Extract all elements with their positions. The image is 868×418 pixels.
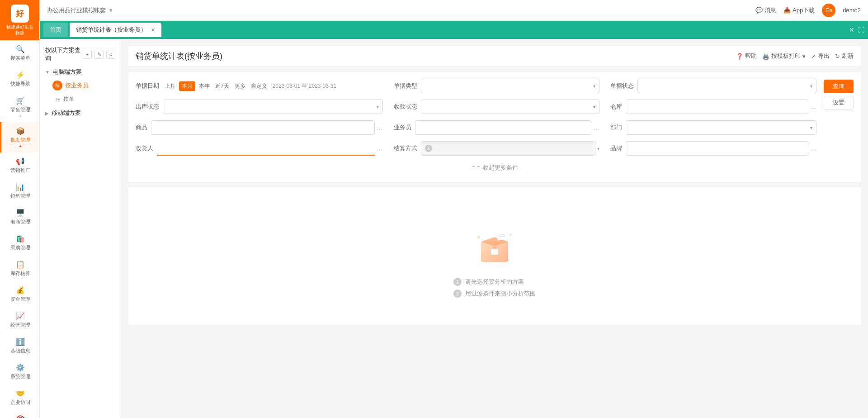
help-icon: ❓	[736, 53, 743, 60]
sidebar-item-search[interactable]: 🔍 搜索菜单	[0, 40, 39, 66]
enterprise-icon: 🤝	[16, 389, 25, 398]
app-download-button[interactable]: 📥 App下载	[783, 6, 815, 14]
doc-status-select[interactable]: ▾	[637, 79, 816, 93]
collapse-label: 收起更多条件	[483, 164, 518, 172]
scheme-sub-item-by-order[interactable]: ⊞ 按单	[40, 93, 121, 105]
date-tab-last-month[interactable]: 上月	[163, 81, 177, 91]
doc-type-arrow: ▾	[593, 84, 595, 89]
system-icon: ⚙️	[16, 363, 25, 372]
salesperson-input[interactable]	[415, 120, 592, 135]
sidebar-item-marketing[interactable]: 📢 营销推广	[0, 152, 39, 178]
scheme-group-mobile[interactable]: ▶ 移动端方案	[40, 107, 121, 119]
sidebar: 好 畅捷通好生意标版 🔍 搜索菜单 ⚡ 快捷导航 🛒 零售管理 ▲ 📦 批发管理…	[0, 0, 40, 418]
sidebar-item-shortcut[interactable]: ⚡ 快捷导航	[0, 66, 39, 92]
topbar-dropdown-icon[interactable]: ▾	[109, 7, 113, 14]
department-select[interactable]: ▾	[626, 120, 816, 135]
template-print-button[interactable]: 🖨️ 按模板打印 ▾	[762, 52, 806, 60]
scheme-group-pc-header[interactable]: ▼ 电脑端方案	[40, 66, 121, 78]
sidebar-item-finance[interactable]: 💰 资金管理	[0, 281, 39, 307]
add-scheme-button[interactable]: +	[83, 50, 92, 59]
collapse-more-button[interactable]: ⌃⌃ 收起更多条件	[471, 164, 518, 172]
edit-scheme-button[interactable]: ✎	[94, 50, 104, 59]
marketing-icon: 📢	[16, 157, 25, 166]
date-tab-this-year[interactable]: 本年	[197, 81, 212, 91]
brand-label: 品牌	[610, 144, 622, 152]
date-tab-custom[interactable]: 自定义	[249, 81, 269, 91]
consignee-input[interactable]	[157, 141, 375, 156]
sidebar-item-wholesale[interactable]: 📦 批发管理 ▲	[0, 122, 39, 152]
filter-settlement-item: 结算方式 ✕ ▾	[394, 141, 600, 156]
pay-status-select[interactable]: ▾	[421, 100, 600, 114]
sidebar-item-sales[interactable]: 📊 销售管理	[0, 178, 39, 204]
consignee-dots[interactable]: …	[377, 145, 383, 152]
date-tab-7days[interactable]: 近7天	[213, 81, 231, 91]
date-tabs: 上月 本月 本年 近7天 更多 自定义	[163, 81, 269, 91]
messages-label: 消息	[764, 6, 776, 14]
salesperson-label: 业务员	[394, 124, 411, 132]
search-nav-icon: 🔍	[16, 45, 25, 53]
date-tab-this-month[interactable]: 本月	[179, 81, 195, 91]
empty-state-card: 1 请先选择要分析的方案 2 用过滤条件来缩小分析范围	[128, 187, 861, 325]
messages-button[interactable]: 💬 消息	[755, 6, 776, 14]
settings-button[interactable]: 设置	[824, 96, 854, 109]
mobile-arrow: ▶	[45, 111, 49, 116]
export-button[interactable]: ↗ 导出	[811, 52, 830, 60]
refresh-button[interactable]: ↻ 刷新	[835, 52, 854, 60]
scheme-group-pc: ▼ 电脑端方案 按 按业务员 ⊞ 按单	[40, 66, 121, 105]
goods-dots[interactable]: …	[377, 124, 383, 131]
tip-num-2: 2	[453, 290, 462, 298]
brand-input[interactable]	[626, 141, 808, 156]
main-area: 办公用品行业模拟账套 ▾ 💬 消息 📥 App下载 Ea demo2 首页 销货…	[40, 0, 868, 418]
export-icon: ↗	[811, 53, 816, 60]
doc-type-select[interactable]: ▾	[421, 79, 600, 93]
user-avatar[interactable]: Ea	[822, 4, 835, 17]
topbar-right: 💬 消息 📥 App下载 Ea demo2	[755, 4, 861, 17]
date-tab-more[interactable]: 更多	[233, 81, 247, 91]
filter-row-2: 出库状态 ▾ 收款状态 ▾	[136, 100, 816, 114]
date-range-text: 2023-03-01 至 2023-03-31	[273, 82, 336, 90]
tab-close-icon[interactable]: ✕	[151, 27, 155, 33]
scheme-salesperson-label: 按业务员	[65, 81, 89, 90]
tab-maximize-icon[interactable]: ⛶	[858, 26, 864, 33]
salesperson-dots[interactable]: …	[593, 124, 599, 131]
sidebar-item-operations-label: 经营管理	[10, 322, 30, 328]
sidebar-item-inventory[interactable]: 📋 库存核算	[0, 256, 39, 281]
tab-close-all-icon[interactable]: ✕	[849, 26, 854, 33]
filter-out-status-item: 出库状态 ▾	[136, 100, 383, 114]
filter-fields: 单据日期 上月 本月 本年 近7天 更多 自定义	[136, 79, 816, 162]
tab-home[interactable]: 首页	[43, 23, 68, 37]
query-button[interactable]: 查询	[824, 80, 854, 93]
out-status-select[interactable]: ▾	[163, 100, 383, 114]
wholesale-icon: 📦	[16, 127, 25, 135]
export-label: 导出	[818, 52, 830, 60]
warehouse-input[interactable]	[626, 100, 808, 114]
panel-header-icons: + ✎ «	[83, 50, 115, 59]
goods-input[interactable]	[151, 120, 375, 135]
sidebar-item-newbie[interactable]: 🎯 新手引导	[0, 410, 39, 418]
sidebar-item-retail[interactable]: 🛒 零售管理 ▲	[0, 92, 39, 122]
tab-controls: ✕ ⛶	[849, 26, 864, 33]
empty-tip-1: 1 请先选择要分析的方案	[453, 278, 536, 286]
collapse-bar: ⌃⌃ 收起更多条件	[136, 162, 854, 176]
sidebar-item-operations[interactable]: 📈 经营管理	[0, 307, 39, 333]
tab-sales-stat[interactable]: 销货单统计表（按业务员） ✕	[70, 23, 161, 37]
scheme-item-by-salesperson[interactable]: 按 按业务员	[40, 78, 121, 93]
sidebar-item-enterprise[interactable]: 🤝 企业协同	[0, 385, 39, 410]
warehouse-dots[interactable]: …	[810, 103, 816, 110]
group-pc-arrow: ▼	[45, 70, 50, 75]
sidebar-item-purchase[interactable]: 🛍️ 采购管理	[0, 230, 39, 256]
sidebar-item-system[interactable]: ⚙️ 系统管理	[0, 359, 39, 385]
sidebar-item-shortcut-label: 快捷导航	[10, 81, 30, 87]
sidebar-item-ecommerce[interactable]: 🖥️ 电商管理	[0, 204, 39, 230]
collapse-panel-button[interactable]: «	[106, 50, 115, 59]
help-button[interactable]: ❓ 帮助	[736, 52, 757, 60]
settlement-tag-close[interactable]: ✕	[425, 145, 432, 152]
logo[interactable]: 好 畅捷通好生意标版	[0, 0, 39, 40]
sidebar-item-basic[interactable]: ℹ️ 基础信息	[0, 333, 39, 359]
left-panel: 按以下方案查询 + ✎ « ▼ 电脑端方案	[40, 39, 121, 418]
retail-icon: 🛒	[16, 96, 25, 105]
edit-icon: ✎	[97, 52, 101, 57]
brand-dots[interactable]: …	[810, 145, 816, 152]
svg-point-5	[507, 259, 509, 261]
home-tab-label: 首页	[50, 26, 61, 34]
